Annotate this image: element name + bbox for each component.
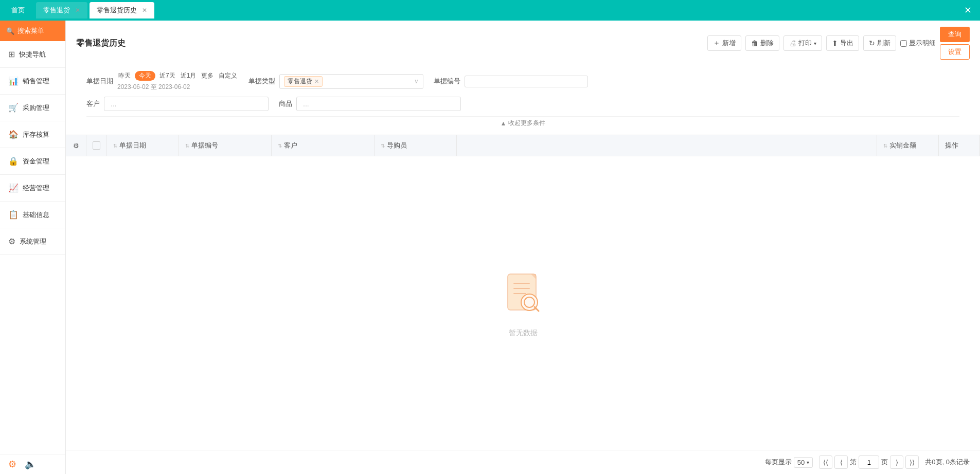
sidebar-item-inventory[interactable]: 🏠 库存核算	[0, 121, 65, 148]
print-label: 打印	[798, 39, 812, 48]
tab-retail-return[interactable]: 零售退货 ✕	[36, 2, 87, 19]
volume-icon[interactable]: 🔈	[25, 459, 36, 470]
th-voucher-label: 单据编号	[191, 141, 218, 150]
th-settings[interactable]: ⚙	[66, 135, 86, 156]
voucher-type-tag-box[interactable]: 零售退货 ✕ ∨	[279, 74, 423, 89]
voucher-no-label: 单据编号	[434, 77, 460, 86]
tab-retail-return-history-close[interactable]: ✕	[142, 7, 147, 14]
header-checkbox[interactable]	[93, 141, 100, 150]
settings-bottom-icon[interactable]: ⚙	[8, 459, 16, 470]
page-size-select: 每页显示 50 ▾	[765, 457, 813, 468]
th-spacer	[457, 135, 877, 156]
th-action: 操作	[939, 135, 980, 156]
query-button[interactable]: 查询	[940, 27, 970, 42]
shortcut-7days[interactable]: 近7天	[158, 71, 176, 81]
page-size-arrow: ▾	[807, 460, 809, 465]
setting-button[interactable]: 设置	[940, 44, 970, 60]
voucher-type-filter: 单据类型 零售退货 ✕ ∨	[248, 74, 423, 89]
voucher-no-input[interactable]	[465, 76, 588, 87]
page-title-row: 零售退货历史 ＋ 新增 🗑 删除 🖨 打印 ▾ ⬆ 导出	[76, 27, 970, 60]
show-detail-checkbox[interactable]	[900, 40, 907, 47]
customer-dots[interactable]: ...	[111, 100, 117, 108]
date-shortcuts: 昨天 今天 近7天 近1月 更多 自定义	[117, 71, 238, 81]
goods-filter: 商品 ...	[279, 97, 461, 111]
last-page-button[interactable]: ⟩⟩	[905, 455, 919, 469]
page-size-dropdown[interactable]: 50 ▾	[794, 457, 813, 468]
filter-row-2: 客户 ... 商品 ...	[86, 97, 959, 111]
voucher-type-dropdown-arrow[interactable]: ∨	[414, 78, 419, 85]
sidebar-item-basic[interactable]: 📋 基础信息	[0, 202, 65, 228]
delete-icon: 🗑	[751, 39, 758, 47]
new-button[interactable]: ＋ 新增	[707, 35, 741, 51]
goods-label: 商品	[279, 99, 292, 108]
sidebar-item-sales[interactable]: 📊 销售管理	[0, 68, 65, 95]
search-menu-item[interactable]: 🔍 搜索菜单	[0, 21, 65, 41]
finance-icon: 🔒	[8, 156, 19, 166]
th-customer-sort-icon[interactable]: ⇅	[278, 143, 282, 149]
voucher-type-tag-close[interactable]: ✕	[314, 78, 319, 85]
goods-input-box[interactable]: ...	[296, 97, 461, 111]
customer-filter: 客户 ...	[86, 97, 269, 111]
prev-page-button[interactable]: ⟨	[834, 455, 848, 469]
show-detail-checkbox-label[interactable]: 显示明细	[900, 39, 936, 48]
page-title: 零售退货历史	[76, 38, 126, 49]
refresh-icon: ↻	[869, 39, 875, 47]
th-voucher-sort-icon[interactable]: ⇅	[185, 143, 189, 149]
refresh-button[interactable]: ↻ 刷新	[863, 35, 896, 51]
page-nav: ⟨⟨ ⟨ 第 页 ⟩ ⟩⟩	[819, 455, 919, 469]
shortcut-custom[interactable]: 自定义	[218, 71, 238, 81]
page-header: 零售退货历史 ＋ 新增 🗑 删除 🖨 打印 ▾ ⬆ 导出	[66, 21, 980, 135]
collapse-label: 收起更多条件	[508, 119, 545, 127]
page-label: 第	[850, 458, 857, 467]
tab-retail-return-label: 零售退货	[43, 6, 70, 15]
sidebar-item-system[interactable]: ⚙ 系统管理	[0, 228, 65, 255]
th-date-label: 单据日期	[119, 141, 146, 150]
table-header: ⚙ ⇅ 单据日期 ⇅ 单据编号 ⇅ 客户 ⇅ 导购员 ⇅	[66, 135, 980, 156]
tab-retail-return-history[interactable]: 零售退货历史 ✕	[90, 2, 154, 19]
th-checkbox[interactable]	[86, 135, 107, 156]
th-customer-label: 客户	[284, 141, 297, 150]
first-page-button[interactable]: ⟨⟨	[819, 455, 832, 469]
home-tab[interactable]: 首页	[4, 6, 32, 15]
th-guide-label: 导购员	[387, 141, 407, 150]
sidebar-bottom: ⚙ 🔈	[0, 454, 65, 474]
voucher-type-tag-text: 零售退货	[288, 77, 312, 86]
print-icon: 🖨	[789, 39, 796, 47]
goods-dots[interactable]: ...	[303, 100, 309, 108]
pagination-bar: 每页显示 50 ▾ ⟨⟨ ⟨ 第 页 ⟩ ⟩⟩ 共0页, 0条记录	[66, 450, 980, 474]
th-date: ⇅ 单据日期	[107, 135, 179, 156]
page-number-input[interactable]	[859, 455, 879, 469]
shortcut-more[interactable]: 更多	[200, 71, 215, 81]
sidebar-item-purchase-label: 采购管理	[23, 103, 49, 113]
sidebar-item-purchase[interactable]: 🛒 采购管理	[0, 95, 65, 121]
print-button[interactable]: 🖨 打印 ▾	[783, 35, 822, 51]
export-button[interactable]: ⬆ 导出	[826, 35, 859, 51]
sidebar-item-quicknav-label: 快捷导航	[19, 50, 46, 59]
shortcut-1month[interactable]: 近1月	[180, 71, 198, 81]
th-guide: ⇅ 导购员	[375, 135, 457, 156]
sidebar-item-operation[interactable]: 📈 经营管理	[0, 175, 65, 202]
query-setting-group: 查询 设置	[940, 27, 970, 60]
shortcut-yesterday[interactable]: 昨天	[117, 71, 132, 81]
page-size-value: 50	[797, 459, 805, 466]
th-date-sort-icon[interactable]: ⇅	[113, 143, 117, 149]
collapse-button[interactable]: ▲ 收起更多条件	[501, 119, 546, 127]
settings-gear-icon[interactable]: ⚙	[73, 142, 79, 150]
th-voucher: ⇅ 单据编号	[179, 135, 272, 156]
inventory-icon: 🏠	[8, 130, 19, 139]
delete-button[interactable]: 🗑 删除	[745, 35, 779, 51]
shortcut-today[interactable]: 今天	[135, 71, 155, 81]
window-close-button[interactable]: ✕	[960, 5, 976, 16]
next-page-button[interactable]: ⟩	[890, 455, 903, 469]
basic-icon: 📋	[8, 210, 19, 220]
th-guide-sort-icon[interactable]: ⇅	[381, 143, 385, 149]
print-dropdown-icon: ▾	[814, 41, 816, 46]
customer-input-box[interactable]: ...	[104, 97, 269, 111]
sales-icon: 📊	[8, 76, 19, 86]
th-amount-sort-icon[interactable]: ⇅	[883, 143, 887, 149]
tab-retail-return-close[interactable]: ✕	[75, 7, 80, 14]
filter-area: 单据日期 昨天 今天 近7天 近1月 更多 自定义 2023-06-02 至 2…	[76, 66, 970, 135]
page-total: 共0页, 0条记录	[925, 458, 970, 467]
sidebar-item-quicknav[interactable]: ⊞ 快捷导航	[0, 41, 65, 68]
sidebar-item-finance[interactable]: 🔒 资金管理	[0, 148, 65, 175]
